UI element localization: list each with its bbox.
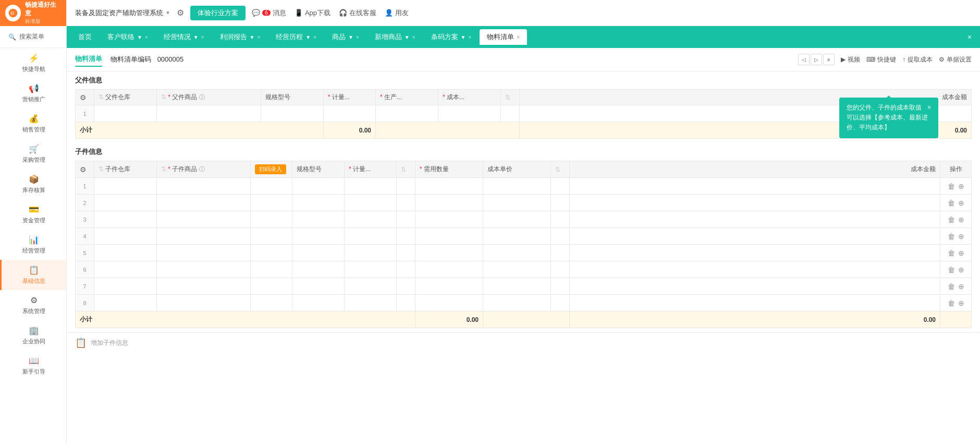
child-unit-cell-4[interactable] xyxy=(345,228,397,245)
sidebar-item-basic-info[interactable]: 📋 基础信息 xyxy=(0,260,66,290)
parent-spec-cell-1[interactable] xyxy=(261,105,324,122)
child-qty-cell-7[interactable] xyxy=(415,278,483,295)
sidebar-item-guide[interactable]: 📖 新手引导 xyxy=(0,351,66,381)
child-spec-cell-3[interactable] xyxy=(292,211,345,228)
child-unit-cell-5[interactable] xyxy=(345,245,397,261)
shortcut-btn[interactable]: ⌨ 快捷键 xyxy=(866,55,896,64)
child-unit-cost-cell-3[interactable] xyxy=(483,211,551,228)
child-cost-amount-cell-2[interactable] xyxy=(570,195,940,211)
system-name-selector[interactable]: 装备及固定资产辅助管理系统 ▼ xyxy=(75,8,170,18)
tab-profit[interactable]: 利润报告 ▼ × xyxy=(213,29,268,45)
tab-operation-close[interactable]: × xyxy=(201,34,204,40)
child-spec-cell-2[interactable] xyxy=(292,195,345,211)
child-unit-cost-cell-1[interactable] xyxy=(483,178,551,195)
child-unit-cost-cell-8[interactable] xyxy=(483,295,551,311)
tab-bom[interactable]: 物料清单 × xyxy=(480,29,527,45)
delete-icon-7[interactable]: 🗑 xyxy=(948,282,955,291)
sub-nav-bom-list[interactable]: 物料清单 xyxy=(75,52,102,67)
child-warehouse-cell-2[interactable] xyxy=(94,195,157,211)
copy-icon-6[interactable]: ⊕ xyxy=(958,266,964,274)
sidebar-item-purchase[interactable]: 🛒 采购管理 xyxy=(0,139,66,169)
child-spec-cell-8[interactable] xyxy=(292,295,345,311)
settings-icon[interactable]: ⚙ xyxy=(177,8,184,18)
child-th-gear[interactable]: ⚙ xyxy=(76,161,94,178)
copy-icon-1[interactable]: ⊕ xyxy=(958,182,964,190)
child-warehouse-cell-3[interactable] xyxy=(94,211,157,228)
parent-unit-cell-1[interactable] xyxy=(324,105,376,122)
tab-home[interactable]: 首页 xyxy=(71,29,99,45)
parent-goods-cell-1[interactable] xyxy=(157,105,261,122)
delete-icon-4[interactable]: 🗑 xyxy=(948,232,955,241)
child-cost-amount-cell-3[interactable] xyxy=(570,211,940,228)
child-cost-amount-cell-4[interactable] xyxy=(570,228,940,245)
child-cost-amount-cell-6[interactable] xyxy=(570,261,940,278)
copy-icon-3[interactable]: ⊕ xyxy=(958,215,964,224)
sidebar-item-sales[interactable]: 💰 销售管理 xyxy=(0,109,66,139)
nav-prev-btn[interactable]: ◁ xyxy=(798,54,810,65)
child-cost-amount-cell-8[interactable] xyxy=(570,295,940,311)
search-menu-btn[interactable]: 🔍 搜索菜单 xyxy=(5,30,61,43)
nav-menu-btn[interactable]: ≡ xyxy=(823,54,835,65)
delete-icon-3[interactable]: 🗑 xyxy=(948,215,955,224)
app-download-btn[interactable]: 📱 App下载 xyxy=(295,8,330,18)
child-unit-cost-cell-7[interactable] xyxy=(483,278,551,295)
child-goods-cell-4[interactable] xyxy=(157,228,251,245)
child-goods-cell-5[interactable] xyxy=(157,245,251,261)
child-cost-amount-cell-5[interactable] xyxy=(570,245,940,261)
child-unit-cost-cell-2[interactable] xyxy=(483,195,551,211)
child-unit-cell-3[interactable] xyxy=(345,211,397,228)
child-warehouse-cell-7[interactable] xyxy=(94,278,157,295)
child-qty-cell-1[interactable] xyxy=(415,178,483,195)
delete-icon-2[interactable]: 🗑 xyxy=(948,199,955,207)
online-service-btn[interactable]: 🎧 在线客服 xyxy=(339,8,376,18)
tab-bom-close[interactable]: × xyxy=(517,34,520,40)
child-qty-cell-8[interactable] xyxy=(415,295,483,311)
message-btn[interactable]: 💬 6 消息 xyxy=(252,8,286,18)
tab-new-goods[interactable]: 新增商品 ▼ × xyxy=(368,29,423,45)
child-unit-cost-cell-4[interactable] xyxy=(483,228,551,245)
view-btn[interactable]: ▶ 视频 xyxy=(841,55,860,64)
child-warehouse-cell-4[interactable] xyxy=(94,228,157,245)
sidebar-search-area[interactable]: 🔍 搜索菜单 xyxy=(0,26,66,48)
child-unit-cost-cell-6[interactable] xyxy=(483,261,551,278)
copy-icon-8[interactable]: ⊕ xyxy=(958,299,964,307)
parent-produce-cell-1[interactable] xyxy=(376,105,438,122)
child-warehouse-cell-6[interactable] xyxy=(94,261,157,278)
delete-icon-1[interactable]: 🗑 xyxy=(948,182,955,190)
child-warehouse-cell-8[interactable] xyxy=(94,295,157,311)
child-unit-cell-2[interactable] xyxy=(345,195,397,211)
nav-next-btn[interactable]: ▷ xyxy=(811,54,822,65)
child-cost-amount-cell-1[interactable] xyxy=(570,178,940,195)
child-qty-cell-3[interactable] xyxy=(415,211,483,228)
tab-barcode[interactable]: 条码方案 ▼ × xyxy=(424,29,479,45)
parent-th-gear[interactable]: ⚙ xyxy=(76,90,94,105)
sidebar-item-inventory[interactable]: 📦 库存核算 xyxy=(0,169,66,199)
parent-cost-cell-1[interactable] xyxy=(438,105,501,122)
sidebar-item-system[interactable]: ⚙ 系统管理 xyxy=(0,290,66,320)
copy-icon-4[interactable]: ⊕ xyxy=(958,232,964,241)
delete-icon-5[interactable]: 🗑 xyxy=(948,249,955,257)
child-goods-cell-3[interactable] xyxy=(157,211,251,228)
tab-customer-close[interactable]: × xyxy=(145,34,148,40)
child-goods-cell-8[interactable] xyxy=(157,295,251,311)
child-spec-cell-6[interactable] xyxy=(292,261,345,278)
child-qty-cell-4[interactable] xyxy=(415,228,483,245)
extract-cost-btn[interactable]: ↑ 提取成本 xyxy=(902,55,933,64)
sidebar-item-quick-nav[interactable]: ⚡ 快捷导航 xyxy=(0,48,66,78)
add-row-icon[interactable]: 📋 xyxy=(75,337,87,349)
child-goods-cell-7[interactable] xyxy=(157,278,251,295)
delete-icon-6[interactable]: 🗑 xyxy=(948,266,955,274)
info-icon1[interactable]: ⓘ xyxy=(199,94,205,100)
child-unit-cell-8[interactable] xyxy=(345,295,397,311)
child-spec-cell-1[interactable] xyxy=(292,178,345,195)
tab-history[interactable]: 经营历程 ▼ × xyxy=(268,29,324,45)
tab-customer[interactable]: 客户联络 ▼ × xyxy=(100,29,155,45)
tab-operation[interactable]: 经营情况 ▼ × xyxy=(156,29,212,45)
tab-profit-close[interactable]: × xyxy=(257,34,260,40)
info-icon2[interactable]: ⓘ xyxy=(199,166,205,172)
parent-warehouse-cell-1[interactable] xyxy=(94,105,157,122)
close-all-tabs[interactable]: × xyxy=(963,31,976,43)
tab-goods-close[interactable]: × xyxy=(356,34,359,40)
child-unit-cell-7[interactable] xyxy=(345,278,397,295)
user-btn[interactable]: 👤 用友 xyxy=(385,8,409,18)
